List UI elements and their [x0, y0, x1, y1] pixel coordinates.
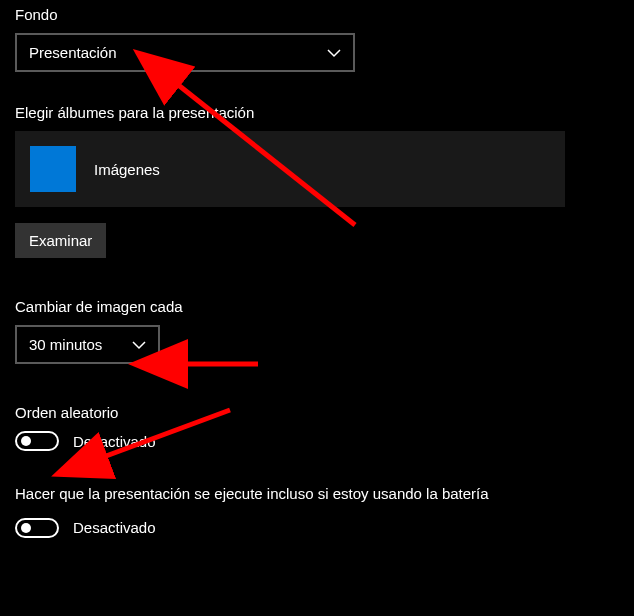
battery-label: Hacer que la presentación se ejecute inc…	[15, 483, 615, 506]
background-dropdown[interactable]: Presentación	[15, 33, 355, 72]
chevron-down-icon	[327, 44, 341, 61]
toggle-knob	[21, 523, 31, 533]
background-label: Fondo	[15, 6, 619, 23]
shuffle-toggle[interactable]	[15, 431, 59, 451]
browse-button[interactable]: Examinar	[15, 223, 106, 258]
battery-state: Desactivado	[73, 519, 156, 536]
background-dropdown-value: Presentación	[29, 44, 117, 61]
battery-toggle[interactable]	[15, 518, 59, 538]
interval-dropdown[interactable]: 30 minutos	[15, 325, 160, 364]
shuffle-state: Desactivado	[73, 433, 156, 450]
album-thumbnail	[30, 146, 76, 192]
chevron-down-icon	[132, 336, 146, 353]
interval-label: Cambiar de imagen cada	[15, 298, 619, 315]
albums-label: Elegir álbumes para la presentación	[15, 104, 619, 121]
album-row[interactable]: Imágenes	[15, 131, 565, 207]
toggle-knob	[21, 436, 31, 446]
album-name: Imágenes	[94, 161, 160, 178]
interval-dropdown-value: 30 minutos	[29, 336, 102, 353]
shuffle-label: Orden aleatorio	[15, 404, 619, 421]
